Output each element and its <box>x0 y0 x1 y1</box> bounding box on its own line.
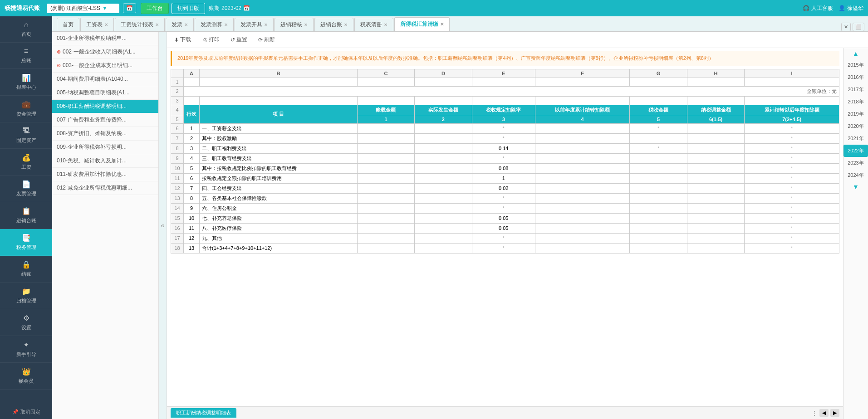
sidebar-item-payroll[interactable]: 💰工资 <box>0 149 52 175</box>
cell-d-18[interactable] <box>415 243 472 253</box>
year-item-2020年[interactable]: 2020年 <box>843 120 868 132</box>
sidebar-item-archive[interactable]: 📁归档管理 <box>0 283 52 309</box>
tab-close-tax_clear[interactable]: ✕ <box>384 22 387 27</box>
window-close-button[interactable]: ✕ <box>841 23 851 31</box>
cut-old-button[interactable]: 切到旧版 <box>172 3 205 14</box>
cell-e-17[interactable]: * <box>472 233 535 243</box>
tab-home[interactable]: 首页 <box>57 18 79 31</box>
cell-f-18[interactable] <box>535 243 630 253</box>
bottom-sheet-tab[interactable]: 职工薪酬纳税调整明细表 <box>171 408 236 418</box>
left-item-001[interactable]: 001-企业所得税年度纳税申... <box>52 32 158 45</box>
cell-e-16[interactable]: 0.05 <box>472 223 535 233</box>
tab-close-in_check[interactable]: ✕ <box>304 22 308 27</box>
tab-close-payroll[interactable]: ✕ <box>104 22 108 27</box>
cell-f-16[interactable] <box>535 223 630 233</box>
cell-h-11[interactable] <box>687 173 744 183</box>
sidebar-item-fixed[interactable]: 🏗固定资产 <box>0 122 52 149</box>
print-button[interactable]: 🖨 打印 <box>199 34 222 45</box>
cell-i-13[interactable]: * <box>745 193 839 203</box>
left-item-002[interactable]: ⊗002-一般企业收入明细表(A1... <box>52 45 158 59</box>
tab-in_check[interactable]: 进销稽核✕ <box>275 18 314 31</box>
sidebar-item-sales[interactable]: 📋进销台账 <box>0 202 52 229</box>
left-item-007[interactable]: 007-广告费和业务宣传费降... <box>52 113 158 127</box>
cell-d-8[interactable] <box>415 143 472 153</box>
cell-d-10[interactable] <box>415 163 472 173</box>
cell-i-16[interactable]: * <box>745 223 839 233</box>
cell-e-12[interactable]: 0.02 <box>472 183 535 193</box>
cell-i-14[interactable]: * <box>745 203 839 213</box>
cell-c-10[interactable] <box>357 163 414 173</box>
cell-e-11[interactable]: 1 <box>472 173 535 183</box>
left-item-006[interactable]: 006-职工薪酬纳税调整明细... <box>52 100 158 113</box>
download-button[interactable]: ⬇ 下载 <box>172 34 194 45</box>
left-item-008[interactable]: 008-资产折旧、摊销及纳税... <box>52 127 158 141</box>
cell-h-8[interactable] <box>687 143 744 153</box>
refresh-button[interactable]: ⟳ 刷新 <box>255 34 278 45</box>
cell-h-15[interactable] <box>687 213 744 223</box>
cell-d-17[interactable] <box>415 233 472 243</box>
cell-d-13[interactable] <box>415 193 472 203</box>
cell-d-9[interactable] <box>415 153 472 163</box>
cell-f-10[interactable] <box>535 163 630 173</box>
year-scroll-up[interactable]: ▲ <box>851 48 861 59</box>
cell-c-13[interactable] <box>357 193 414 203</box>
cell-g-15[interactable] <box>630 213 687 223</box>
sidebar-item-member[interactable]: 👑畅会员 <box>0 363 52 390</box>
cell-c-8[interactable] <box>357 143 414 153</box>
sidebar-item-report[interactable]: 📊报表中心 <box>0 69 52 96</box>
year-item-2018年[interactable]: 2018年 <box>843 96 868 108</box>
year-scroll-down[interactable]: ▼ <box>851 181 861 192</box>
cell-d-15[interactable] <box>415 213 472 223</box>
cell-h-12[interactable] <box>687 183 744 193</box>
tab-invoice_open[interactable]: 发票开具✕ <box>235 18 274 31</box>
cell-i-8[interactable]: * <box>745 143 839 153</box>
scroll-right-button[interactable]: ▶ <box>830 409 839 417</box>
cell-i-7[interactable]: * <box>745 133 839 143</box>
tab-close-invoice_open[interactable]: ✕ <box>264 22 268 27</box>
cell-d-6[interactable] <box>415 123 472 133</box>
cell-i-15[interactable]: * <box>745 213 839 223</box>
left-item-004[interactable]: 004-期间费用明细表(A1040... <box>52 73 158 86</box>
cell-i-6[interactable]: * <box>745 123 839 133</box>
cell-c-17[interactable] <box>357 233 414 243</box>
cell-c-7[interactable] <box>357 133 414 143</box>
row-name[interactable]: 合计(1+3+4+7+8+9+10+11+12) <box>200 243 358 253</box>
row-name[interactable]: 按税收规定全额扣除的职工培训费用 <box>200 173 358 183</box>
row-name[interactable]: 八、补充医疗保险 <box>200 223 358 233</box>
cell-e-18[interactable]: * <box>472 243 535 253</box>
tab-invoice[interactable]: 发票✕ <box>166 18 194 31</box>
cell-d-14[interactable] <box>415 203 472 213</box>
customer-service-button[interactable]: 🎧 人工客服 <box>803 5 833 12</box>
tab-close-payroll_stat[interactable]: ✕ <box>155 22 159 27</box>
year-item-2023年[interactable]: 2023年 <box>843 157 868 169</box>
year-item-2019年[interactable]: 2019年 <box>843 108 868 120</box>
cell-f-9[interactable] <box>535 153 630 163</box>
cell-f-13[interactable] <box>535 193 630 203</box>
cell-e-6[interactable]: * <box>472 123 535 133</box>
cell-h-13[interactable] <box>687 193 744 203</box>
cell-g-11[interactable] <box>630 173 687 183</box>
row-name[interactable]: 七、补充养老保险 <box>200 213 358 223</box>
cell-c-6[interactable] <box>357 123 414 133</box>
cell-i-12[interactable]: * <box>745 183 839 193</box>
cell-f-17[interactable] <box>535 233 630 243</box>
tab-payroll_stat[interactable]: 工资统计报表✕ <box>115 18 165 31</box>
left-item-010[interactable]: 010-免税、减计收入及加计... <box>52 154 158 168</box>
window-maximize-button[interactable]: ⬜ <box>853 23 864 31</box>
cell-i-10[interactable]: * <box>745 163 839 173</box>
row-name[interactable]: 四、工会经费支出 <box>200 183 358 193</box>
sidebar-footer-unpin[interactable]: 📌取消固定 <box>0 405 52 419</box>
sidebar-item-invoice[interactable]: 📄发票管理 <box>0 175 52 202</box>
left-item-005[interactable]: 005-纳税调整项目明细表(A1... <box>52 86 158 100</box>
cell-d-12[interactable] <box>415 183 472 193</box>
cell-h-9[interactable] <box>687 153 744 163</box>
row-name[interactable]: 其中：按税收规定比例扣除的职工教育经费 <box>200 163 358 173</box>
cell-h-7[interactable] <box>687 133 744 143</box>
year-item-2021年[interactable]: 2021年 <box>843 132 868 145</box>
cell-f-6[interactable] <box>535 123 630 133</box>
cell-d-11[interactable] <box>415 173 472 183</box>
cell-g-10[interactable] <box>630 163 687 173</box>
row-name[interactable]: 一、工资薪金支出 <box>200 123 358 133</box>
cell-e-13[interactable]: * <box>472 193 535 203</box>
year-item-2016年[interactable]: 2016年 <box>843 71 868 83</box>
